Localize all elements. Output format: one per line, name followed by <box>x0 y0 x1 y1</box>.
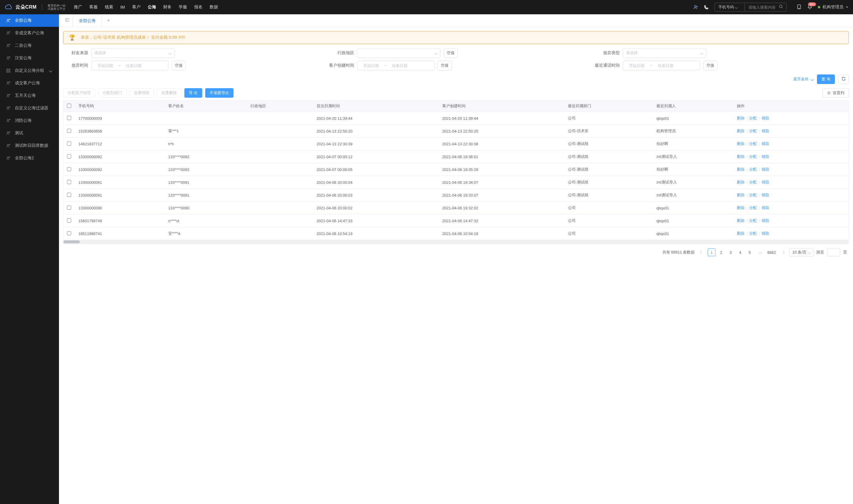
next-page-button[interactable] <box>779 248 786 256</box>
add-user-icon[interactable] <box>693 4 698 10</box>
sidebar-item-1[interactable]: 非成交客户公海 <box>0 27 59 39</box>
row-claim-button[interactable]: 领取 <box>762 205 769 210</box>
last-page-button[interactable]: 6882 <box>767 248 776 256</box>
expand-filters-button[interactable]: 展开条件 <box>793 76 813 82</box>
row-claim-button[interactable]: 领取 <box>762 129 769 133</box>
horizontal-scrollbar[interactable] <box>63 240 849 244</box>
sidebar-item-9[interactable]: 测试 <box>0 127 59 139</box>
row-assign-button[interactable]: 分配 <box>749 205 757 210</box>
nav-item-8[interactable]: 报名 <box>194 4 202 10</box>
row-claim-button[interactable]: 领取 <box>762 154 769 159</box>
row-claim-button[interactable]: 领取 <box>762 218 769 223</box>
page-number[interactable]: 3 <box>727 248 734 256</box>
region-empty-button[interactable]: 空值 <box>443 48 458 58</box>
sidebar-item-11[interactable]: 全部公海2 <box>0 152 59 164</box>
phone-icon[interactable] <box>704 4 709 10</box>
row-claim-button[interactable]: 领取 <box>762 231 769 236</box>
create-time-empty-button[interactable]: 空值 <box>437 61 452 70</box>
assign-dept-button[interactable]: 分配到部门 <box>98 88 127 98</box>
sidebar-item-4[interactable]: 自定义公海分组 <box>0 64 59 77</box>
export-button[interactable]: 导 出 <box>184 88 202 98</box>
row-delete-button[interactable]: 删除 <box>737 154 745 159</box>
create-time-range[interactable]: ~ <box>357 61 435 70</box>
prev-page-button[interactable] <box>697 248 705 256</box>
row-assign-button[interactable]: 分配 <box>749 116 757 120</box>
last-call-range[interactable]: ~ <box>623 61 700 70</box>
batch-delete-button[interactable]: 批量删除 <box>157 88 181 98</box>
nav-item-0[interactable]: 推广 <box>74 4 82 10</box>
bell-icon[interactable]: 99+ <box>807 4 813 11</box>
row-assign-button[interactable]: 分配 <box>749 193 757 197</box>
row-assign-button[interactable]: 分配 <box>749 167 757 172</box>
page-number[interactable]: 2 <box>717 248 725 256</box>
search-icon[interactable] <box>779 4 783 10</box>
page-size-select[interactable]: 10 条/页 <box>789 248 813 256</box>
row-checkbox[interactable] <box>67 154 71 159</box>
nav-item-1[interactable]: 客服 <box>89 4 98 10</box>
sidebar-item-3[interactable]: 注安公海 <box>0 52 59 64</box>
nav-item-5[interactable]: 公海 <box>148 4 156 10</box>
search-type-select[interactable]: 手机号码 <box>714 3 745 12</box>
sidebar-item-6[interactable]: 五月天公海 <box>0 89 59 102</box>
page-number[interactable]: 1 <box>708 248 715 256</box>
add-tab-button[interactable]: ＋ <box>102 15 115 26</box>
batch-claim-button[interactable]: 批量领取 <box>130 88 154 98</box>
user-menu[interactable]: 机构管理员 <box>818 4 848 10</box>
row-delete-button[interactable]: 删除 <box>737 231 745 236</box>
query-button[interactable]: 查 询 <box>817 74 835 84</box>
last-call-empty-button[interactable]: 空值 <box>703 61 718 70</box>
refresh-button[interactable] <box>838 74 849 84</box>
row-delete-button[interactable]: 删除 <box>737 142 745 146</box>
page-ellipsis[interactable]: ··· <box>757 248 764 256</box>
sidebar-item-0[interactable]: 全部公海 <box>0 14 59 27</box>
abandon-time-range[interactable]: ~ <box>91 61 168 70</box>
row-assign-button[interactable]: 分配 <box>749 180 757 184</box>
nav-item-2[interactable]: 线索 <box>105 4 113 10</box>
set-columns-button[interactable]: 设置列 <box>822 88 849 98</box>
row-delete-button[interactable]: 删除 <box>737 205 745 210</box>
assign-manager-button[interactable]: 分配客户经理 <box>63 88 95 98</box>
row-assign-button[interactable]: 分配 <box>749 129 757 133</box>
region-select[interactable] <box>357 48 440 58</box>
row-checkbox[interactable] <box>67 205 71 210</box>
tablet-icon[interactable] <box>796 4 802 11</box>
nav-item-4[interactable]: 客户 <box>132 4 141 10</box>
nav-item-9[interactable]: 数据 <box>210 4 218 10</box>
sidebar-item-7[interactable]: 自定义公海过滤器 <box>0 102 59 114</box>
row-delete-button[interactable]: 删除 <box>737 193 745 197</box>
row-claim-button[interactable]: 领取 <box>762 180 769 184</box>
row-checkbox[interactable] <box>67 116 71 120</box>
sidebar-item-2[interactable]: 二咨公海 <box>0 39 59 52</box>
jump-page-input[interactable] <box>827 248 840 256</box>
end-date[interactable] <box>389 64 411 68</box>
row-claim-button[interactable]: 领取 <box>762 142 769 146</box>
brand-logo[interactable]: 云朵CRM 教育机构一站 式服务云平台 <box>5 4 66 11</box>
row-assign-button[interactable]: 分配 <box>749 142 757 146</box>
row-checkbox[interactable] <box>67 218 71 222</box>
row-delete-button[interactable]: 删除 <box>737 116 745 120</box>
abandon-time-empty-button[interactable]: 空值 <box>171 61 186 70</box>
end-date[interactable] <box>655 64 676 68</box>
nav-item-6[interactable]: 财务 <box>163 4 171 10</box>
row-checkbox[interactable] <box>67 167 71 171</box>
friend-source-select[interactable]: 请选择 <box>91 48 175 58</box>
page-number[interactable]: 5 <box>746 248 754 256</box>
row-claim-button[interactable]: 领取 <box>762 167 769 172</box>
tab-all-public[interactable]: 全部公海 <box>73 15 102 26</box>
scroll-thumb[interactable] <box>63 240 80 244</box>
tabs-collapse-icon[interactable] <box>62 16 73 25</box>
row-delete-button[interactable]: 删除 <box>737 167 745 172</box>
row-claim-button[interactable]: 领取 <box>762 116 769 120</box>
row-assign-button[interactable]: 分配 <box>749 231 757 236</box>
row-delete-button[interactable]: 删除 <box>737 180 745 184</box>
page-number[interactable]: 4 <box>736 248 744 256</box>
row-delete-button[interactable]: 删除 <box>737 129 745 133</box>
row-checkbox[interactable] <box>67 180 71 184</box>
start-date[interactable] <box>360 64 382 68</box>
sidebar-item-8[interactable]: 消防公海 <box>0 114 59 127</box>
sidebar-item-5[interactable]: 成交客户公海 <box>0 77 59 89</box>
abandon-type-select[interactable]: 请选择 <box>623 48 706 58</box>
row-claim-button[interactable]: 领取 <box>762 193 769 197</box>
row-checkbox[interactable] <box>67 129 71 133</box>
row-assign-button[interactable]: 分配 <box>749 154 757 159</box>
